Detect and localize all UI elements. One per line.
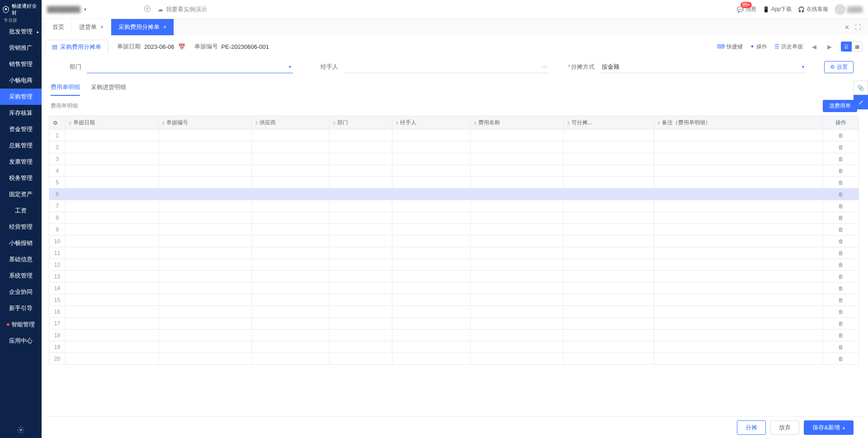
col-header-7[interactable]: ▴▾备注（费用单明细） bbox=[654, 116, 823, 130]
trash-icon[interactable]: 🗑 bbox=[838, 238, 844, 245]
col-header-4[interactable]: ▴▾经手人 bbox=[392, 116, 471, 130]
prev-doc[interactable]: ◀ bbox=[810, 43, 818, 50]
table-row[interactable]: 17🗑 bbox=[49, 318, 859, 330]
app-download[interactable]: 📱 App下载 bbox=[763, 5, 792, 13]
history-action[interactable]: ☰历史单据 bbox=[774, 43, 803, 51]
fullscreen-icon[interactable]: ⛶ bbox=[855, 24, 861, 31]
trash-icon[interactable]: 🗑 bbox=[838, 297, 844, 303]
table-row[interactable]: 13🗑 bbox=[49, 271, 859, 283]
table-row[interactable]: 11🗑 bbox=[49, 247, 859, 259]
tab-1[interactable]: 进货单× bbox=[72, 19, 111, 35]
trash-icon[interactable]: 🗑 bbox=[838, 132, 844, 139]
sub-tab-0[interactable]: 费用单明细 bbox=[51, 80, 80, 96]
trash-icon[interactable]: 🗑 bbox=[838, 191, 844, 198]
attachment-rail[interactable]: 📎 bbox=[854, 80, 868, 95]
table-row[interactable]: 3🗑 bbox=[49, 153, 859, 165]
table-row[interactable]: 5🗑 bbox=[49, 177, 859, 188]
method-select[interactable]: 按金额 ▾ bbox=[600, 61, 806, 73]
sort-icon[interactable]: ▴▾ bbox=[255, 121, 258, 125]
nav-item-12[interactable]: 经营管理 bbox=[0, 219, 42, 235]
col-header-1[interactable]: ▴▾单据编号 bbox=[158, 116, 251, 130]
sort-icon[interactable]: ▴▾ bbox=[69, 121, 71, 125]
nav-item-3[interactable]: 小畅电商 bbox=[0, 72, 42, 89]
view-list[interactable]: ☰ bbox=[841, 42, 852, 52]
sort-icon[interactable]: ▴▾ bbox=[567, 121, 570, 125]
table-row[interactable]: 14🗑 bbox=[49, 283, 859, 294]
table-row[interactable]: 16🗑 bbox=[49, 306, 859, 318]
nav-item-19[interactable]: 应用中心 bbox=[0, 333, 42, 349]
nav-item-1[interactable]: 营销推广 bbox=[0, 40, 42, 56]
online-service[interactable]: 🎧 在线客服 bbox=[798, 5, 828, 13]
trash-icon[interactable]: 🗑 bbox=[838, 144, 844, 151]
demo-link[interactable]: ☁ 我要看实例演示 bbox=[157, 5, 207, 14]
nav-item-14[interactable]: 基础信息 bbox=[0, 251, 42, 268]
table-row[interactable]: 1🗑 bbox=[49, 130, 859, 141]
sort-icon[interactable]: ▴▾ bbox=[396, 121, 398, 125]
sub-tab-1[interactable]: 采购进货明细 bbox=[91, 80, 126, 96]
nav-settings[interactable] bbox=[0, 422, 42, 438]
nav-item-13[interactable]: 小畅报销 bbox=[0, 235, 42, 251]
table-row[interactable]: 18🗑 bbox=[49, 330, 859, 341]
nav-item-17[interactable]: 新手引导 bbox=[0, 300, 42, 316]
nav-item-15[interactable]: 系统管理 bbox=[0, 268, 42, 284]
col-header-3[interactable]: ▴▾部门 bbox=[330, 116, 392, 130]
table-row[interactable]: 7🗑 bbox=[49, 200, 859, 212]
close-all-icon[interactable]: ✕ bbox=[844, 24, 849, 31]
user-menu[interactable]: ████ bbox=[835, 4, 863, 15]
col-header-5[interactable]: ▴▾费用名称 bbox=[470, 116, 563, 130]
col-header-6[interactable]: ▴▾可分摊... bbox=[563, 116, 654, 130]
next-doc[interactable]: ▶ bbox=[826, 43, 834, 50]
settings-button[interactable]: ⚙ 设置 bbox=[824, 61, 854, 73]
trash-icon[interactable]: 🗑 bbox=[838, 273, 844, 280]
table-row[interactable]: 2🗑 bbox=[49, 141, 859, 153]
sort-icon[interactable]: ▴▾ bbox=[658, 121, 660, 125]
date-value[interactable]: 2023-06-06 bbox=[144, 43, 175, 50]
nav-item-7[interactable]: 总账管理 bbox=[0, 137, 42, 154]
nav-item-4[interactable]: 采购管理 bbox=[0, 89, 42, 105]
tab-0[interactable]: 首页 bbox=[45, 19, 72, 35]
trash-icon[interactable]: 🗑 bbox=[838, 168, 844, 174]
abandon-button[interactable]: 放弃 bbox=[770, 420, 799, 435]
gear-icon[interactable]: ⚙ bbox=[53, 120, 58, 126]
close-icon[interactable]: × bbox=[100, 24, 104, 30]
nav-item-10[interactable]: 固定资产 bbox=[0, 186, 42, 203]
sort-icon[interactable]: ▴▾ bbox=[333, 121, 335, 125]
sort-icon[interactable]: ▴▾ bbox=[474, 121, 476, 125]
select-expense-button[interactable]: 选费用单 bbox=[823, 100, 857, 112]
col-header-2[interactable]: ▴▾供应商 bbox=[251, 116, 330, 130]
table-row[interactable]: 8🗑 bbox=[49, 212, 859, 224]
col-header-0[interactable]: ▴▾单据日期 bbox=[66, 116, 159, 130]
nav-item-2[interactable]: 销售管理 bbox=[0, 56, 42, 72]
allocate-button[interactable]: 分摊 bbox=[737, 420, 766, 435]
trash-icon[interactable]: 🗑 bbox=[838, 285, 844, 292]
table-row[interactable]: 19🗑 bbox=[49, 341, 859, 353]
message-action[interactable]: 99+ 💬 消息 bbox=[737, 5, 756, 13]
calendar-icon[interactable]: 📅 bbox=[178, 43, 185, 50]
trash-icon[interactable]: 🗑 bbox=[838, 215, 844, 221]
table-row[interactable]: 10🗑 bbox=[49, 235, 859, 247]
nav-item-0[interactable]: 批发管理 bbox=[0, 24, 42, 40]
trash-icon[interactable]: 🗑 bbox=[838, 309, 844, 315]
trash-icon[interactable]: 🗑 bbox=[838, 250, 844, 256]
gear-icon[interactable] bbox=[144, 5, 151, 14]
table-row[interactable]: 6🗑 bbox=[49, 188, 859, 200]
hotkey-action[interactable]: ⌨快捷键 bbox=[717, 43, 743, 51]
save-new-button[interactable]: 保存&新增 ▴ bbox=[804, 420, 854, 435]
trash-icon[interactable]: 🗑 bbox=[838, 179, 844, 186]
nav-item-11[interactable]: 工资 bbox=[0, 203, 42, 219]
table-row[interactable]: 9🗑 bbox=[49, 224, 859, 235]
trash-icon[interactable]: 🗑 bbox=[838, 344, 844, 350]
table-row[interactable]: 4🗑 bbox=[49, 165, 859, 177]
sort-icon[interactable]: ▴▾ bbox=[162, 121, 165, 125]
table-row[interactable]: 20🗑 bbox=[49, 353, 859, 365]
nav-item-5[interactable]: 库存核算 bbox=[0, 105, 42, 121]
trash-icon[interactable]: 🗑 bbox=[838, 156, 844, 162]
trash-icon[interactable]: 🗑 bbox=[838, 226, 844, 233]
trash-icon[interactable]: 🗑 bbox=[838, 332, 844, 339]
tab-2[interactable]: 采购费用分摊单× bbox=[111, 19, 174, 35]
close-icon[interactable]: × bbox=[163, 24, 166, 30]
handler-select[interactable]: ⋯ bbox=[344, 61, 550, 73]
table-row[interactable]: 12🗑 bbox=[49, 259, 859, 271]
nav-item-9[interactable]: 税务管理 bbox=[0, 170, 42, 186]
org-selector[interactable]: ████████ ▾ bbox=[47, 6, 137, 13]
